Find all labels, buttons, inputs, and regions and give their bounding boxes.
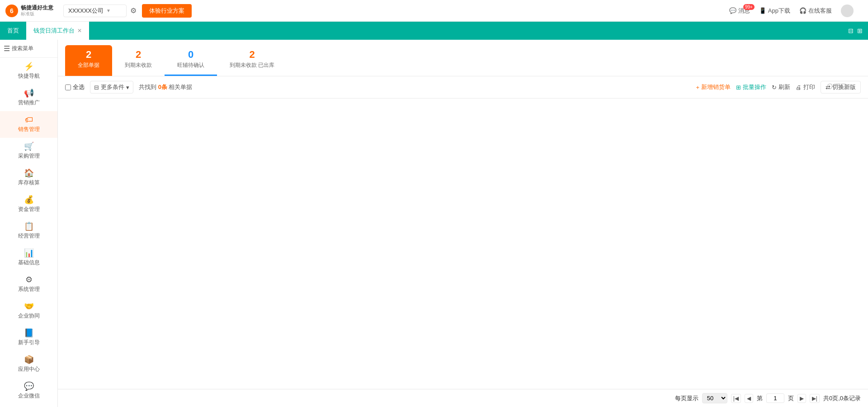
guide-icon: 📘 [24,329,34,337]
stat-label-all: 全部单据 [78,61,99,69]
found-prefix: 共找到 [139,84,156,90]
stat-tab-all[interactable]: 2 全部单据 [65,45,112,76]
more-filter-button[interactable]: ⊟ 更多条件 ▾ [90,81,133,94]
quicknav-icon: ⚡ [24,62,34,70]
online-service-item[interactable]: 🎧 在线客服 [799,7,832,15]
page-input[interactable] [766,393,784,403]
avatar[interactable] [841,5,854,17]
stat-num-wangfu: 0 [188,49,193,61]
tab-workbench[interactable]: 钱货日清工作台 ✕ [26,22,89,40]
content-area: 2 全部单据 2 到期未收款 0 旺辅待确认 2 到期未收款 已出库 全选 [58,40,868,407]
sidebar-item-purchase-label: 采购管理 [18,152,40,160]
select-all-label: 全选 [73,83,85,91]
sidebar-item-guide[interactable]: 📘 新手引导 [0,324,57,351]
logo-text: 畅捷通好生意 标准版 [21,5,53,16]
tab-home[interactable]: 首页 [0,22,26,40]
logo-sub: 标准版 [21,11,53,17]
stat-tab-overdue[interactable]: 2 到期未收款 [112,45,165,76]
operations-icon: 📋 [24,222,34,230]
sidebar-item-guide-label: 新手引导 [18,339,40,346]
batch-icon: ⊞ [736,84,741,91]
filter-arrow-icon: ▾ [126,84,129,91]
select-all-checkbox[interactable]: 全选 [65,83,85,91]
settings-icon[interactable]: ⚙ [130,6,137,15]
sidebar-item-quicknav-label: 快捷导航 [18,72,40,80]
sidebar-item-sales[interactable]: 🏷 销售管理 [0,111,57,138]
stat-num-shipped: 2 [250,49,255,61]
refresh-icon: ↻ [772,84,777,91]
system-icon: ⚙ [25,276,33,284]
sidebar-item-wechat[interactable]: 💬 企业微信 [0,378,57,404]
sidebar-item-quicknav[interactable]: ⚡ 快捷导航 [0,58,57,84]
sidebar-item-apps[interactable]: 📦 应用中心 [0,351,57,378]
batch-op-button[interactable]: ⊞ 批量操作 [736,83,766,91]
tab-home-label: 首页 [7,27,19,35]
sidebar-item-marketing-label: 营销推广 [18,99,40,107]
close-icon[interactable]: ✕ [77,28,82,34]
refresh-button[interactable]: ↻ 刷新 [772,83,790,91]
stat-num-all: 2 [86,49,91,61]
toolbar-right: + 新增销货单 ⊞ 批量操作 ↻ 刷新 🖨 打印 ⇄ 切换新版 [696,81,861,94]
first-page-button[interactable]: |◀ [731,394,741,403]
found-suffix: 相关单据 [169,84,192,90]
sidebar-item-purchase[interactable]: 🛒 采购管理 [0,138,57,164]
service-label: 在线客服 [808,7,832,15]
sidebar-item-apps-label: 应用中心 [18,365,40,373]
next-page-button[interactable]: ▶ [797,394,806,403]
purchase-icon: 🛒 [24,142,34,150]
sidebar-item-sales-label: 销售管理 [18,126,40,133]
last-page-button[interactable]: ▶| [810,394,820,403]
sidebar-item-collab[interactable]: 🤝 企业协同 [0,298,57,324]
print-button[interactable]: 🖨 打印 [796,83,815,91]
stat-num-overdue: 2 [136,49,141,61]
sales-icon: 🏷 [25,116,33,124]
app-icon: 📱 [759,7,766,14]
logo-area: 6 畅捷通好生意 标准版 [5,5,63,17]
print-label: 打印 [803,83,815,91]
tab-minimize-icon[interactable]: ⊟ [848,27,854,34]
more-filter-label: 更多条件 [101,83,124,91]
sidebar-item-basic[interactable]: 📊 基础信息 [0,244,57,271]
main-layout: ☰ 搜索菜单 ⚡ 快捷导航 📢 营销推广 🏷 销售管理 🛒 采购管理 🏠 库存核… [0,40,868,407]
chevron-down-icon: ▼ [106,8,111,13]
print-icon: 🖨 [796,84,802,91]
sidebar-item-marketing[interactable]: 📢 营销推广 [0,84,57,111]
message-icon: 💬 [729,7,736,14]
batch-op-label: 批量操作 [743,83,766,91]
sidebar-item-operations-label: 经营管理 [18,232,40,240]
per-page-select[interactable]: 50 100 200 [702,393,727,403]
message-item[interactable]: 💬 消息 99+ [729,7,750,15]
refresh-label: 刷新 [778,83,790,91]
per-page-label: 每页显示 [675,394,698,402]
app-download-item[interactable]: 📱 App下载 [759,7,790,15]
sidebar-item-system[interactable]: ⚙ 系统管理 [0,271,57,298]
tab-expand-icon[interactable]: ⊞ [857,27,863,34]
sidebar-item-finance[interactable]: 💰 资金管理 [0,191,57,218]
total-info: 共0页,0条记录 [823,394,861,402]
sidebar-item-system-label: 系统管理 [18,285,40,293]
message-badge: 99+ [743,4,755,10]
sidebar-item-inventory[interactable]: 🏠 库存核算 [0,164,57,191]
switch-version-button[interactable]: ⇄ 切换新版 [821,81,861,94]
tab-bar-actions: ⊟ ⊞ [848,27,868,34]
finance-icon: 💰 [24,196,34,204]
sidebar: ☰ 搜索菜单 ⚡ 快捷导航 📢 营销推广 🏷 销售管理 🛒 采购管理 🏠 库存核… [0,40,58,407]
stat-tab-shipped[interactable]: 2 到期未收款 已出库 [217,45,287,76]
add-order-button[interactable]: + 新增销货单 [696,83,731,91]
switch-label: 切换新版 [832,83,856,91]
checkbox-input[interactable] [65,84,71,90]
logo-icon: 6 [5,5,18,17]
prev-page-button[interactable]: ◀ [745,394,753,403]
sidebar-item-basic-label: 基础信息 [18,259,40,267]
stat-label-wangfu: 旺辅待确认 [177,61,204,69]
sidebar-item-member[interactable]: ♦ 畅会员 [0,404,57,407]
apps-icon: 📦 [24,356,34,364]
sidebar-search[interactable]: ☰ 搜索菜单 [0,40,57,58]
trial-button[interactable]: 体验行业方案 [142,4,192,18]
company-name: XXXXXX公司 [68,7,104,15]
company-selector[interactable]: XXXXXX公司 ▼ [63,5,127,17]
sidebar-item-operations[interactable]: 📋 经营管理 [0,218,57,244]
stat-tab-wangfu[interactable]: 0 旺辅待确认 [165,45,217,76]
found-count: 0条 [158,84,167,90]
sidebar-item-finance-label: 资金管理 [18,206,40,213]
